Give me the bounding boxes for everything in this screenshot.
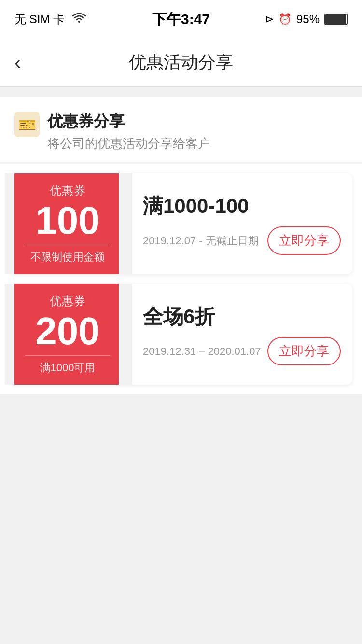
coupon-amount-1: 100 — [35, 201, 99, 240]
share-button-1[interactable]: 立即分享 — [267, 226, 341, 255]
coupon-card-1: 优惠券 100 不限制使用金额 满1000-100 2019.12.07 - 无… — [10, 173, 352, 274]
wifi-icon — [70, 12, 88, 27]
section-header: 🎫 优惠券分享 将公司的优惠活动分享给客户 — [0, 97, 362, 162]
status-left: 无 SIM 卡 — [14, 12, 88, 27]
coupon-condition-1: 不限制使用金额 — [30, 250, 105, 265]
coupon-label-2: 优惠券 — [50, 294, 86, 309]
section-subtitle: 将公司的优惠活动分享给客户 — [47, 135, 210, 152]
share-button-2[interactable]: 立即分享 — [267, 337, 341, 365]
nav-bar: ‹ 优惠活动分享 — [0, 39, 362, 87]
nav-title: 优惠活动分享 — [129, 51, 233, 74]
carrier-text: 无 SIM 卡 — [14, 12, 65, 27]
coupon-amount-2: 200 — [35, 312, 99, 350]
coupon-left-2: 优惠券 200 满1000可用 — [10, 284, 125, 385]
back-button[interactable]: ‹ — [14, 52, 21, 73]
section-text: 优惠券分享 将公司的优惠活动分享给客户 — [47, 111, 210, 152]
section-title: 优惠券分享 — [47, 111, 210, 132]
coupon-footer-2: 2019.12.31 – 2020.01.07 立即分享 — [143, 337, 341, 365]
coupon-title-2: 全场6折 — [143, 303, 341, 330]
coupon-label-1: 优惠券 — [50, 183, 86, 198]
coupon-date-2: 2019.12.31 – 2020.01.07 — [143, 345, 263, 358]
coupon-list: 优惠券 100 不限制使用金额 满1000-100 2019.12.07 - 无… — [0, 164, 362, 394]
status-right: ⊳ ⏰ 95% — [265, 13, 348, 26]
coupon-right-1: 满1000-100 2019.12.07 - 无截止日期 立即分享 — [125, 173, 352, 274]
location-icon: ⊳ — [265, 13, 274, 26]
coupon-card-2: 优惠券 200 满1000可用 全场6折 2019.12.31 – 2020.0… — [10, 284, 352, 385]
coupon-right-2: 全场6折 2019.12.31 – 2020.01.07 立即分享 — [125, 284, 352, 385]
section-icon: 🎫 — [14, 112, 40, 137]
coupon-date-1: 2019.12.07 - 无截止日期 — [143, 234, 263, 248]
alarm-icon: ⏰ — [278, 13, 292, 26]
coupon-condition-2: 满1000可用 — [40, 361, 96, 375]
coupon-left-1: 优惠券 100 不限制使用金额 — [10, 173, 125, 274]
status-time: 下午3:47 — [152, 10, 210, 29]
coupon-footer-1: 2019.12.07 - 无截止日期 立即分享 — [143, 226, 341, 255]
battery-icon — [324, 14, 348, 25]
coupon-divider-2 — [25, 355, 110, 356]
coupon-divider-1 — [25, 245, 110, 245]
coupon-title-1: 满1000-100 — [143, 193, 341, 220]
battery-text: 95% — [296, 13, 320, 26]
status-bar: 无 SIM 卡 下午3:47 ⊳ ⏰ 95% — [0, 0, 362, 39]
bottom-area — [0, 394, 362, 644]
